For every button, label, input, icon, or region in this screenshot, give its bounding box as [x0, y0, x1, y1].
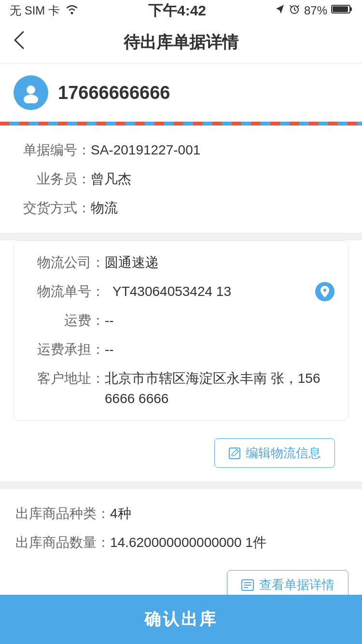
battery-icon — [331, 4, 352, 17]
svg-point-5 — [27, 85, 35, 94]
status-time: 下午4:42 — [148, 1, 206, 21]
confirm-btn-label: 确认出库 — [144, 608, 218, 630]
customer-phone: 17666666666 — [58, 83, 170, 103]
page-title: 待出库单据详情 — [124, 31, 238, 54]
product-types-row: 出库商品种类： 4种 — [14, 504, 348, 524]
delivery-method-row: 交货方式： 物流 — [14, 198, 348, 218]
order-info-section: 单据编号： SA-20191227-001 业务员： 曾凡杰 交货方式： 物流 — [0, 126, 362, 233]
product-types-value: 4种 — [110, 504, 348, 524]
salesperson-row: 业务员： 曾凡杰 — [14, 169, 348, 189]
view-detail-label: 查看单据详情 — [259, 576, 334, 593]
tracking-no-value: YT43064053424 13 — [112, 281, 307, 302]
order-no-value: SA-20191227-001 — [91, 140, 348, 160]
product-qty-row: 出库商品数量： 14.620000000000000 1件 — [14, 532, 348, 553]
logistics-card: 物流公司： 圆通速递 物流单号： YT43064053424 13 运费： --… — [14, 240, 348, 421]
carrier-text: 无 SIM 卡 — [10, 3, 60, 18]
address-value: 北京市市辖区海淀区永丰南 张，156 6666 6666 — [105, 368, 334, 409]
section-divider — [0, 481, 362, 489]
freight-bearer-label: 运费承担： — [28, 339, 105, 360]
freight-value: -- — [105, 310, 334, 331]
edit-logistics-label: 编辑物流信息 — [246, 445, 321, 462]
logistics-company-value: 圆通速递 — [105, 252, 334, 273]
delivery-method-label: 交货方式： — [14, 198, 91, 218]
product-qty-label: 出库商品数量： — [14, 532, 110, 553]
order-no-label: 单据编号： — [14, 140, 91, 160]
logistics-company-row: 物流公司： 圆通速递 — [28, 252, 334, 273]
edit-logistics-button[interactable]: 编辑物流信息 — [214, 438, 335, 468]
svg-rect-7 — [229, 448, 240, 459]
svg-rect-4 — [333, 6, 348, 12]
alarm-icon — [289, 3, 300, 18]
location-status-icon — [275, 4, 285, 17]
freight-bearer-row: 运费承担： -- — [28, 339, 334, 360]
address-row: 客户地址： 北京市市辖区海淀区永丰南 张，156 6666 6666 — [28, 368, 334, 409]
logistics-company-label: 物流公司： — [28, 252, 105, 273]
battery-text: 87% — [304, 4, 327, 17]
wifi-icon — [65, 4, 79, 17]
order-no-row: 单据编号： SA-20191227-001 — [14, 140, 348, 160]
summary-section: 出库商品种类： 4种 出库商品数量： 14.620000000000000 1件 — [0, 489, 362, 562]
svg-point-6 — [24, 95, 38, 103]
svg-point-0 — [71, 12, 73, 14]
customer-header: 17666666666 — [0, 64, 362, 122]
freight-bearer-value: -- — [105, 339, 334, 360]
status-left: 无 SIM 卡 — [10, 3, 79, 18]
svg-rect-3 — [350, 7, 352, 11]
delivery-method-value: 物流 — [91, 198, 348, 218]
avatar — [14, 75, 48, 110]
salesperson-label: 业务员： — [14, 169, 91, 189]
tracking-no-label: 物流单号： — [28, 281, 105, 302]
status-bar: 无 SIM 卡 下午4:42 — [0, 0, 362, 21]
product-qty-value: 14.620000000000000 1件 — [110, 532, 348, 553]
salesperson-value: 曾凡杰 — [91, 169, 348, 189]
confirm-btn-wrap[interactable]: 确认出库 — [0, 595, 362, 644]
nav-bar: 待出库单据详情 — [0, 21, 362, 64]
freight-row: 运费： -- — [28, 310, 334, 331]
status-right: 87% — [275, 3, 352, 18]
dashed-divider — [0, 122, 362, 126]
back-button[interactable] — [14, 31, 24, 54]
edit-btn-wrap: 编辑物流信息 — [14, 429, 348, 481]
freight-label: 运费： — [28, 310, 105, 331]
track-location-icon[interactable] — [315, 282, 334, 301]
address-label: 客户地址： — [28, 368, 105, 389]
tracking-no-row: 物流单号： YT43064053424 13 — [28, 281, 334, 302]
product-types-label: 出库商品种类： — [14, 504, 110, 524]
